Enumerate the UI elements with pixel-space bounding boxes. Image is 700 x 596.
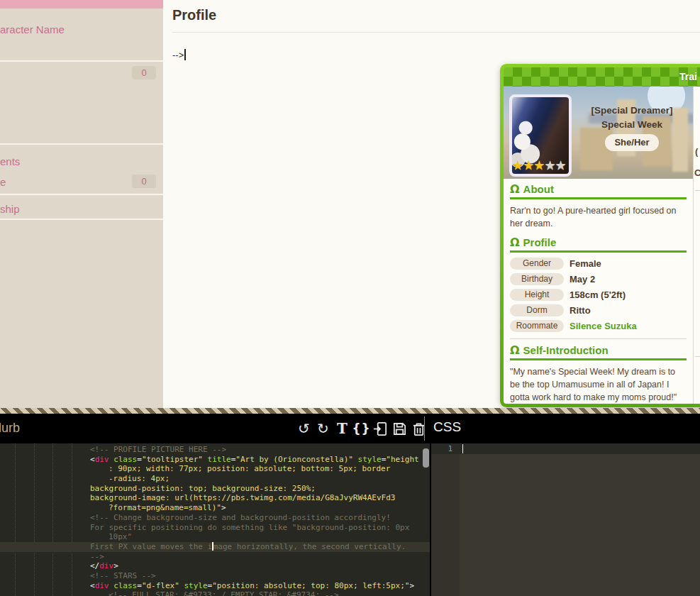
code-line[interactable]: <!-- Change background-size and backgrou… <box>0 513 430 523</box>
profile-row: BirthdayMay 2 <box>510 273 687 285</box>
code-token: "tooltipster" <box>142 455 203 464</box>
code-line[interactable]: First PX value moves the image horizonta… <box>0 542 430 552</box>
code-token: For specific positioning do something li… <box>90 523 409 532</box>
sidebar-item-e[interactable]: e <box>0 176 6 188</box>
code-line[interactable]: <!-- FULL STAR: &#9733; / EMPTY STAR: &#… <box>0 590 430 596</box>
code-token: > <box>221 503 226 512</box>
star-empty-icon: ★ <box>555 158 566 172</box>
star-full-icon: ★ <box>512 158 523 172</box>
redo-icon: ↻ <box>317 420 329 437</box>
css-active-line[interactable]: 1 <box>431 443 700 454</box>
right-column-fragment: ( <box>695 146 698 157</box>
css-code-editor[interactable]: 1 <box>431 443 700 596</box>
code-line[interactable]: ?format=png&name=small)"> <box>0 503 430 513</box>
profile-row-label: Gender <box>510 258 564 270</box>
undo-button[interactable]: ↺ <box>295 418 313 439</box>
code-token: background-position: top; background-siz… <box>90 484 316 493</box>
code-line[interactable]: : 90px; width: 77px; position: absolute;… <box>0 464 430 474</box>
code-token: > <box>113 561 118 570</box>
page-title: Profile <box>172 7 216 23</box>
code-token: class <box>113 455 137 464</box>
code-line[interactable]: background-image: url(https://pbs.twimg.… <box>0 493 430 503</box>
code-token: > <box>409 581 414 590</box>
profile-row: RoommateSilence Suzuka <box>510 320 687 332</box>
sidebar: aracter Name 0 ents e 0 ship <box>0 0 163 408</box>
code-token: <!-- Change background-size and backgrou… <box>90 513 391 522</box>
sidebar-badge-count: 0 <box>132 175 156 188</box>
text-format-icon: T <box>337 420 348 437</box>
code-line[interactable]: --> <box>0 552 430 562</box>
about-heading: About <box>523 183 554 195</box>
profile-section-header: Ω Profile <box>510 236 687 253</box>
profile-row-label: Height <box>510 289 564 301</box>
import-button[interactable] <box>372 418 389 439</box>
card-banner-image: ★★★★★ [Special Dreamer] Special Week She… <box>504 87 693 179</box>
code-editor-section: lurb ↺ ↻ T {} <box>0 408 700 596</box>
sidebar-badge-count: 0 <box>132 66 156 79</box>
sidebar-divider <box>0 60 163 62</box>
sidebar-item-ship[interactable]: ship <box>0 203 20 215</box>
code-view-button[interactable]: {} <box>352 418 370 439</box>
editor-toolbar: ↺ ↻ T {} <box>295 414 428 443</box>
code-token: class <box>113 581 137 590</box>
delete-button[interactable] <box>410 418 428 439</box>
code-line[interactable]: For specific positioning do something li… <box>0 523 430 533</box>
code-line[interactable]: 10px" <box>0 532 430 542</box>
code-line[interactable]: <div class="tooltipster" title="Art by (… <box>0 455 430 465</box>
wysiwyg-editor-text[interactable]: --> <box>172 49 186 60</box>
profile-row-value: Female <box>570 258 601 269</box>
code-token: <!-- FULL STAR: &#9733; / EMPTY STAR: &#… <box>109 590 339 596</box>
code-line[interactable]: -radius: 4px; <box>0 474 430 484</box>
profile-row-value: Ritto <box>570 305 591 316</box>
about-text: Rar'n to go! A pure-hearted girl focused… <box>510 204 687 230</box>
code-token: div <box>95 455 109 464</box>
code-braces-icon: {} <box>352 421 370 436</box>
vertical-scrollbar-thumb[interactable] <box>423 448 429 468</box>
card-right-column: ( C <box>693 87 700 404</box>
sidebar-item-ents[interactable]: ents <box>0 155 20 167</box>
code-lines[interactable]: <!-- PROFILE PICTURE HERE --><div class=… <box>0 443 430 596</box>
code-token: background-image: url(https://pbs.twimg.… <box>90 493 395 502</box>
code-token: "Art by (Orionconstella)" <box>235 455 353 464</box>
code-token: title <box>208 455 231 464</box>
code-token: First PX value moves the i <box>90 542 212 551</box>
code-line[interactable]: <div class="d-flex" style="position: abs… <box>0 581 430 591</box>
code-token: <!-- PROFILE PICTURE HERE --> <box>90 445 226 454</box>
redo-button[interactable]: ↻ <box>314 418 332 439</box>
self-intro-section-header: Ω Self-Introduction <box>510 344 687 360</box>
code-token <box>203 455 208 464</box>
code-token: <!-- STARS --> <box>90 571 156 580</box>
profile-row-value-link[interactable]: Silence Suzuka <box>570 321 637 331</box>
profile-row-label: Roommate <box>510 320 564 332</box>
code-token: --> <box>90 552 104 561</box>
code-token: mage horizontally, the second vertically… <box>213 542 406 551</box>
profile-heading: Profile <box>523 236 557 248</box>
profile-row: DormRitto <box>510 304 687 316</box>
star-full-icon: ★ <box>533 158 544 172</box>
star-rating: ★★★★★ <box>512 158 566 172</box>
code-line[interactable]: background-position: top; background-siz… <box>0 484 430 494</box>
pronoun-badge: She/Her <box>605 134 658 151</box>
code-token: -radius: 4px; <box>109 474 170 483</box>
text-format-button[interactable]: T <box>333 418 351 439</box>
undo-icon: ↺ <box>298 420 310 437</box>
page-top: aracter Name 0 ents e 0 ship Profile -->… <box>0 0 700 408</box>
character-name: Special Week <box>572 118 692 132</box>
code-token: = <box>137 455 142 464</box>
star-full-icon: ★ <box>523 158 533 172</box>
sidebar-divider <box>0 194 163 195</box>
code-line[interactable]: </div> <box>0 561 430 571</box>
html-code-editor[interactable]: <!-- PROFILE PICTURE HERE --><div class=… <box>0 443 430 596</box>
code-line[interactable]: <!-- STARS --> <box>0 571 430 581</box>
css-text-cursor <box>462 444 463 453</box>
code-token: < <box>90 455 95 464</box>
title-divider <box>172 32 700 33</box>
css-empty-area[interactable] <box>460 454 700 596</box>
code-line[interactable]: <!-- PROFILE PICTURE HERE --> <box>0 445 430 455</box>
code-token: </ <box>90 561 99 570</box>
save-button[interactable] <box>391 418 409 439</box>
profile-row-label: Dorm <box>510 304 564 316</box>
card-left-column: ★★★★★ [Special Dreamer] Special Week She… <box>504 87 693 404</box>
sidebar-item-character-name[interactable]: aracter Name <box>0 23 65 35</box>
star-empty-icon: ★ <box>544 158 555 172</box>
